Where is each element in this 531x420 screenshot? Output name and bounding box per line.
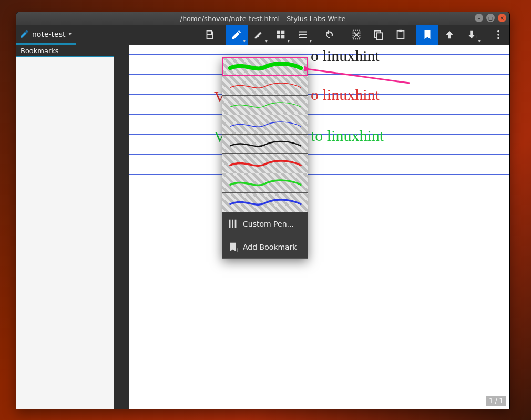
select-tool-icon [275,29,287,40]
eraser-tool-button[interactable]: ▼ [248,25,270,45]
svg-rect-14 [232,219,233,228]
add-bookmark-label: Add Bookmark [243,243,297,251]
svg-rect-7 [397,31,404,39]
insert-space-icon [297,29,309,40]
svg-rect-0 [277,31,280,34]
bookmark-button[interactable] [416,25,438,45]
svg-point-12 [497,37,499,39]
separator [223,27,223,42]
svg-rect-2 [277,35,280,38]
separator [414,27,414,42]
insert-space-button[interactable]: ▼ [292,25,314,45]
chevron-down-icon: ▼ [478,39,481,43]
save-icon [204,29,216,40]
overflow-menu-button[interactable] [487,25,509,45]
pen-swatch-7[interactable] [222,193,308,212]
sidebar-header: Bookmarks [16,45,114,57]
copy-icon [373,29,384,40]
cut-button[interactable] [345,25,367,45]
svg-rect-15 [235,219,237,228]
minimize-button[interactable]: – [475,14,483,22]
document-tab[interactable]: note-test ▼ [16,25,76,45]
separator [316,27,316,42]
pen-tool-icon [231,29,242,40]
svg-rect-6 [376,33,382,39]
arrow-down-icon: + [466,29,477,40]
pen-swatch-1[interactable] [222,76,308,96]
close-button[interactable]: × [498,14,506,22]
cut-icon [351,29,362,40]
window-title: /home/shovon/note-test.html - Stylus Lab… [180,15,346,23]
save-button[interactable] [199,25,221,45]
chevron-down-icon: ▼ [68,32,71,36]
maximize-button[interactable]: ◻ [486,14,495,22]
separator [343,27,343,42]
svg-point-10 [497,30,499,33]
chevron-down-icon: ▼ [309,39,312,43]
custom-pen-label: Custom Pen... [243,220,294,228]
bookmark-add-icon: + [227,241,239,253]
pencil-icon [19,29,29,39]
copy-button[interactable] [367,25,390,45]
pen-swatch-0[interactable] [222,57,308,76]
gutter [114,45,129,409]
canvas[interactable]: o linuxhinto linuxhintVVto linuxhint 1 /… [129,45,509,409]
pen-popover: Custom Pen...+Add Bookmark [222,57,308,259]
eraser-tool-icon [253,29,264,40]
page-indicator: 1 / 1 [486,396,506,406]
chevron-down-icon: ▼ [265,39,268,43]
app-window: /home/shovon/note-test.html - Stylus Lab… [16,12,510,409]
paste-button[interactable] [390,25,412,45]
toolbar: note-test ▼ ▼ ▼ ▼ ▼ [16,25,509,45]
pens-icon [227,218,239,230]
undo-icon [324,29,335,40]
svg-rect-13 [229,219,231,228]
separator [485,27,485,42]
undo-button[interactable] [319,25,341,45]
pen-swatch-5[interactable] [222,154,308,173]
sidebar-body[interactable] [16,57,114,409]
select-tool-button[interactable]: ▼ [270,25,292,45]
document-tab-label: note-test [32,30,65,38]
pen-swatch-6[interactable] [222,173,308,193]
pen-tool-button[interactable]: ▼ [226,25,248,45]
pen-swatch-2[interactable] [222,96,308,115]
add-bookmark-menu-item[interactable]: +Add Bookmark [222,235,308,259]
sidebar: Bookmarks [16,45,114,409]
overflow-icon [493,29,504,40]
arrow-up-icon [444,29,455,40]
custom-pen-menu-item[interactable]: Custom Pen... [222,212,308,235]
chevron-down-icon: ▼ [287,39,290,43]
titlebar: /home/shovon/note-test.html - Stylus Lab… [16,12,509,25]
paste-icon [395,29,406,40]
svg-rect-3 [281,35,284,38]
bookmark-icon [422,29,433,40]
next-page-button[interactable]: + ▼ [461,25,483,45]
svg-point-11 [497,34,499,36]
chevron-down-icon: ▼ [243,39,246,43]
pen-swatch-4[interactable] [222,135,308,154]
prev-page-button[interactable] [438,25,461,45]
svg-text:+: + [475,34,477,39]
svg-text:+: + [235,247,239,253]
svg-rect-1 [281,31,284,34]
margin-line [168,45,168,409]
svg-rect-8 [399,30,402,32]
pen-swatch-3[interactable] [222,115,308,135]
